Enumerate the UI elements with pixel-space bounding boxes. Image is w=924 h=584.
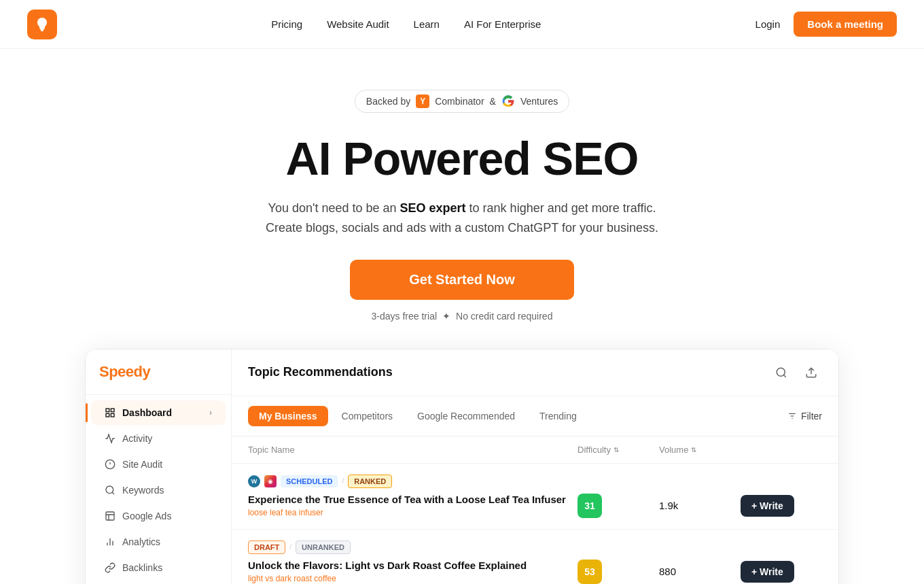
yc-icon: Y [416,95,429,108]
svg-rect-11 [106,512,114,520]
nav-links: Pricing Website Audit Learn AI For Enter… [271,18,541,30]
badge-separator: & [490,96,496,107]
sidebar-item-activity[interactable]: Activity [91,426,226,451]
search-icon [775,366,787,379]
tabs: My Business Competitors Google Recommend… [248,406,588,426]
row-keyword: loose leaf tea infuser [248,508,578,517]
row-title-section: Experience the True Essence of Tea with … [248,494,578,517]
col-topic-name: Topic Name [248,445,578,455]
sidebar-item-keywords[interactable]: Keywords [91,478,226,502]
login-button[interactable]: Login [756,18,781,30]
tab-competitors[interactable]: Competitors [331,406,404,426]
main-content: Topic Recommendations My Business Compet… [232,349,838,584]
sort-icon-2: ⇅ [691,446,696,453]
write-button[interactable]: + Write [741,495,794,517]
col-difficulty[interactable]: Difficulty ⇅ [578,445,659,455]
sidebar-divider [86,394,231,395]
cta-sub: 3-days free trial ✦ No credit card requi… [14,311,910,322]
badge-divider-2: / [289,543,291,551]
svg-line-10 [112,492,114,494]
wp-icon: W [248,475,260,487]
keywords-icon [105,485,116,496]
svg-line-22 [783,375,785,377]
table-row: W ◉ SCHEDULED / RANKED Experience the Tr… [232,464,838,530]
volume-cell: 1.9k [659,500,741,511]
volume-cell-2: 880 [659,566,741,577]
svg-rect-2 [106,409,109,412]
table-header: Topic Name Difficulty ⇅ Volume ⇅ [232,436,838,464]
main-title: Topic Recommendations [248,365,393,379]
row-data-2: Unlock the Flavors: Light vs Dark Roast … [248,560,822,584]
row-badges: W ◉ SCHEDULED / RANKED [248,475,822,488]
svg-rect-3 [111,409,114,412]
search-button[interactable] [770,362,792,383]
svg-rect-5 [111,413,114,417]
sidebar-label-site-audit: Site Audit [122,459,162,470]
trial-text: 3-days free trial [372,311,437,322]
nav-website-audit[interactable]: Website Audit [327,18,389,30]
svg-rect-1 [41,30,43,31]
nav-learn[interactable]: Learn [414,18,440,30]
sidebar-label-backlinks: Backlinks [122,562,162,573]
google-icon [501,95,515,108]
sidebar-item-backlinks[interactable]: Backlinks [91,555,226,580]
sidebar-item-integrations[interactable]: Integrations [91,581,226,584]
svg-rect-4 [106,413,109,417]
sidebar-item-site-audit[interactable]: Site Audit [91,452,226,477]
sidebar-item-google-ads[interactable]: Google Ads [91,504,226,528]
row-title-2: Unlock the Flavors: Light vs Dark Roast … [248,560,578,571]
sidebar-label-keywords: Keywords [122,485,164,496]
badge-prefix: Backed by [366,96,410,107]
sidebar-label-activity: Activity [122,433,152,444]
dashboard-icon [105,407,116,418]
difficulty-badge: 31 [578,494,602,518]
backer-badge: Backed by Y Combinator & Ventures [355,90,569,113]
col-volume[interactable]: Volume ⇅ [659,445,741,455]
navbar: Pricing Website Audit Learn AI For Enter… [0,0,924,49]
tab-trending[interactable]: Trending [529,406,588,426]
write-cell: + Write [741,495,822,517]
main-header: Topic Recommendations [232,349,838,396]
svg-point-9 [106,486,113,494]
sidebar-label-analytics: Analytics [122,536,160,547]
tabs-row: My Business Competitors Google Recommend… [232,396,838,436]
difficulty-cell: 31 [578,494,659,518]
sidebar-item-dashboard[interactable]: Dashboard › [91,400,226,425]
difficulty-cell-2: 53 [578,560,659,584]
nav-ai-enterprise[interactable]: AI For Enterprise [464,18,541,30]
svg-point-21 [777,368,785,376]
app-preview: Speedy Dashboard › Activity Site Audit [85,349,839,584]
write-button-2[interactable]: + Write [741,561,794,583]
logo-icon [34,16,50,33]
cta-button[interactable]: Get Started Now [350,260,574,300]
google-ads-icon [105,511,116,521]
backlinks-icon [105,562,116,573]
row-badges-2: DRAFT / UNRANKED [248,540,822,554]
badge-draft: DRAFT [248,540,285,554]
sidebar-label-dashboard: Dashboard [122,407,172,418]
sidebar-label-google-ads: Google Ads [122,511,171,521]
export-button[interactable] [800,362,822,383]
sidebar-item-analytics[interactable]: Analytics [91,530,226,554]
difficulty-badge-2: 53 [578,560,602,584]
hero-section: Backed by Y Combinator & Ventures AI Pow… [0,49,924,349]
sidebar-logo: Speedy [86,363,231,394]
export-icon [805,366,817,379]
tab-google-recommended[interactable]: Google Recommended [406,406,526,426]
filter-button[interactable]: Filter [787,411,822,422]
nav-right: Login Book a meeting [756,12,897,37]
book-meeting-button[interactable]: Book a meeting [794,12,897,37]
write-cell-2: + Write [741,561,822,583]
tab-my-business[interactable]: My Business [248,406,328,426]
chevron-right-icon: › [209,408,212,417]
ig-icon: ◉ [264,475,277,487]
table-row: DRAFT / UNRANKED Unlock the Flavors: Lig… [232,530,838,584]
sort-icon: ⇅ [614,446,619,453]
badge-ranked: RANKED [348,475,392,488]
row-title: Experience the True Essence of Tea with … [248,494,578,505]
badge-scheduled: SCHEDULED [281,475,338,487]
nav-pricing[interactable]: Pricing [271,18,302,30]
header-icons [770,362,822,383]
hero-subtitle: You don't need to be an SEO expert to ra… [14,199,910,238]
logo[interactable] [27,10,57,39]
